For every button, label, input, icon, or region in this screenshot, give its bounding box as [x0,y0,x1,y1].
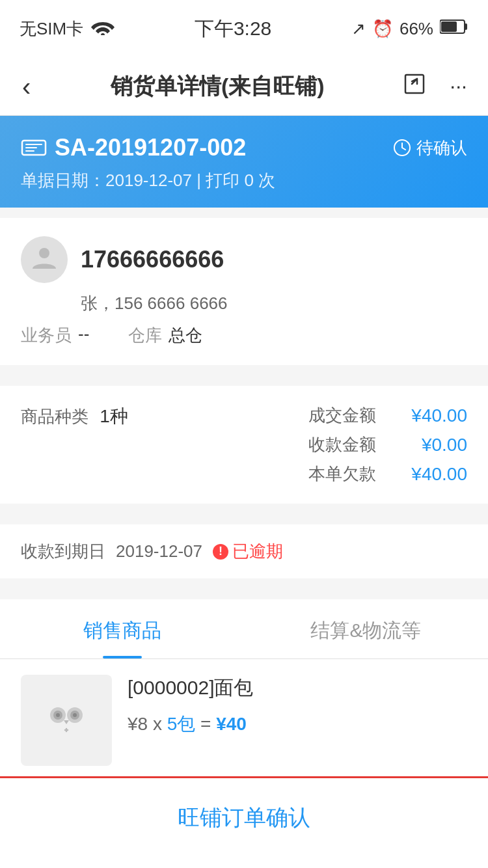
stats-section: 商品种类 1种 成交金额 ¥40.00 收款金额 ¥0.00 本单欠款 ¥40.… [0,386,488,504]
divider-2 [0,504,488,514]
share-icon[interactable] [398,67,431,106]
status-right: ↗ ⏰ 66% [351,19,468,39]
product-types-stat: 商品种类 1种 [21,404,308,429]
sales-person-value: -- [78,324,89,347]
customer-meta: 业务员 -- 仓库 总仓 [21,324,467,347]
nav-actions: ··· [398,67,472,106]
customer-section: 17666666666 张，156 6666 6666 业务员 -- 仓库 总仓 [0,218,488,365]
product-thumbnail [21,675,112,766]
user-icon [30,243,59,277]
due-date-section: 收款到期日 2019-12-07 ! 已逾期 [0,524,488,578]
svg-rect-3 [441,21,457,32]
svg-rect-2 [465,23,467,30]
divider-1 [0,365,488,375]
equals-text: = [195,714,216,734]
total-text: ¥40 [216,714,247,734]
status-left: 无SIM卡 [20,18,115,40]
svg-point-7 [39,248,49,258]
sales-person-label: 业务员 [21,324,72,347]
brand-eyes-icon [44,699,89,742]
back-button[interactable]: ‹ [16,67,37,106]
bottom-bar: 旺铺订单确认 [0,776,488,868]
svg-point-13 [73,713,77,717]
warehouse-value: 总仓 [169,324,202,347]
location-icon: ↗ [351,19,366,39]
amount-stats: 成交金额 ¥40.00 收款金额 ¥0.00 本单欠款 ¥40.00 [308,404,467,485]
due-date-label: 收款到期日 [21,540,105,563]
balance-row: 本单欠款 ¥40.00 [308,463,467,485]
collection-row: 收款金额 ¥0.00 [308,433,467,456]
product-types-label: 商品种类 [21,407,88,426]
tab-settlement-logistics[interactable]: 结算&物流等 [244,599,488,658]
customer-phone: 17666666666 [81,246,224,273]
product-types-value: 1种 [100,406,128,426]
more-icon[interactable]: ··· [444,69,472,103]
price-text: ¥8 x [128,714,167,734]
customer-name: 张，156 6666 6666 [81,292,467,315]
product-section: [0000002]面包 ¥8 x 5包 = ¥40 [0,659,488,781]
svg-point-0 [101,33,105,35]
overdue-badge: ! 已逾期 [213,540,283,563]
divider-3 [0,578,488,589]
status-time: 下午3:28 [195,16,271,42]
tabs-section: 销售商品 结算&物流等 [0,599,488,781]
warehouse-label: 仓库 [128,324,162,347]
product-item: [0000002]面包 ¥8 x 5包 = ¥40 [21,675,467,766]
quantity-text: 5包 [167,714,196,734]
order-status: 待确认 [393,137,467,159]
warehouse: 仓库 总仓 [128,324,202,347]
tabs-header: 销售商品 结算&物流等 [0,599,488,659]
transaction-label: 成交金额 [308,404,376,427]
product-info: [0000002]面包 ¥8 x 5包 = ¥40 [128,675,467,737]
battery-icon [440,19,468,39]
brand-logo [44,699,89,742]
order-header-banner: SA-20191207-002 待确认 单据日期：2019-12-07 | 打印… [0,116,488,208]
product-name: [0000002]面包 [128,675,467,701]
wifi-icon [91,18,115,40]
order-id: SA-20191207-002 [21,134,246,161]
tab-sales-products[interactable]: 销售商品 [0,599,244,658]
overdue-icon: ! [213,544,228,560]
alarm-icon: ⏰ [372,19,393,39]
balance-label: 本单欠款 [308,463,376,485]
svg-rect-4 [405,75,424,93]
collection-value: ¥0.00 [389,435,467,455]
battery-text: 66% [400,19,433,39]
balance-value: ¥40.00 [389,464,467,485]
sales-person: 业务员 -- [21,324,89,347]
due-date-value: 2019-12-07 [116,541,202,562]
nav-bar: ‹ 销货单详情(来自旺铺) ··· [0,57,488,116]
transaction-row: 成交金额 ¥40.00 [308,404,467,427]
svg-point-12 [56,713,60,717]
order-date: 单据日期：2019-12-07 | 打印 0 次 [21,169,467,192]
collection-label: 收款金额 [308,433,376,456]
product-calc: ¥8 x 5包 = ¥40 [128,712,467,737]
status-bar: 无SIM卡 下午3:28 ↗ ⏰ 66% [0,0,488,57]
confirm-order-button[interactable]: 旺铺订单确认 [21,789,467,847]
page-title: 销货单详情(来自旺铺) [37,72,398,102]
transaction-value: ¥40.00 [389,405,467,426]
no-sim-text: 无SIM卡 [20,18,83,40]
avatar [21,236,68,283]
overdue-label: 已逾期 [232,540,283,563]
